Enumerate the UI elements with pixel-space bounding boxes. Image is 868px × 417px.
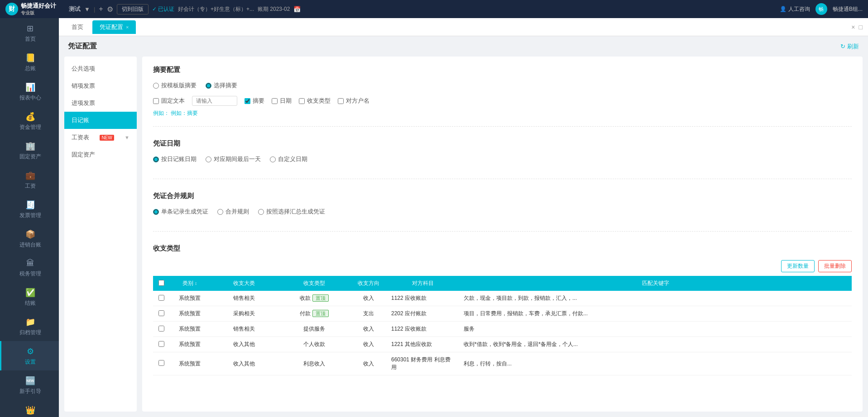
radio-merge-rule[interactable]: 合并规则 (217, 208, 249, 216)
checkbox-type-input[interactable] (299, 98, 305, 104)
radio-daily-date-input[interactable] (153, 156, 159, 162)
sidebar-item-salary[interactable]: 💼 工资 (0, 165, 59, 194)
sort-icon[interactable]: ↕ (195, 281, 197, 286)
row-checkbox-2[interactable] (158, 326, 164, 332)
sidebar-label-invoice: 发票管理 (19, 212, 41, 219)
left-nav-salary-table[interactable]: 工资表 NEW ▼ (64, 129, 137, 146)
left-nav-purchase-invoice[interactable]: 进项发票 (64, 95, 137, 112)
checkbox-counterpart[interactable]: 对方户名 (338, 97, 369, 105)
row-direction-2: 收入 (350, 322, 387, 337)
fixed-text-input[interactable] (192, 96, 237, 106)
update-btn[interactable]: 更新数量 (781, 260, 815, 272)
radio-select-total[interactable]: 按照选择汇总生成凭证 (258, 208, 325, 216)
tag-reset-1[interactable]: 置顶 (312, 310, 329, 317)
radio-merge-input[interactable] (217, 209, 223, 215)
tab-voucher-config[interactable]: 凭证配置 × (92, 20, 136, 34)
checkbox-date[interactable]: 日期 (272, 97, 292, 105)
tab-home[interactable]: 首页 (64, 20, 91, 34)
radio-custom-date-input[interactable] (270, 156, 276, 162)
checkbox-date-input[interactable] (272, 98, 278, 104)
row-account-0: 1122 应收账款 (387, 291, 459, 306)
logo-sub: 专业版 (21, 10, 56, 16)
left-nav-public[interactable]: 公共选项 (64, 60, 137, 77)
sidebar-item-settle[interactable]: ✅ 结账 (0, 282, 59, 312)
radio-total-input[interactable] (258, 209, 264, 215)
radio-daily-date[interactable]: 按日记账日期 (153, 155, 197, 163)
checkbox-type[interactable]: 收支类型 (299, 97, 331, 105)
select-all-checkbox[interactable] (158, 280, 164, 286)
row-checkbox-cell[interactable] (153, 337, 169, 352)
sidebar-item-purchase[interactable]: 📦 进销台账 (0, 224, 59, 253)
plus-icon[interactable]: + (99, 5, 103, 13)
dropdown-arrow[interactable]: ▼ (84, 6, 90, 13)
left-nav-fixed-assets[interactable]: 固定资产 (64, 146, 137, 163)
th-income-type: 收支类型 (278, 276, 350, 291)
row-checkbox-cell[interactable] (153, 306, 169, 322)
salary-icon: 💼 (25, 171, 35, 180)
row-checkbox-0[interactable] (158, 295, 164, 301)
switch-btn[interactable]: 切到旧版 (117, 4, 149, 14)
radio-custom-date-label: 自定义日期 (278, 155, 307, 163)
sidebar-item-settings[interactable]: ⚙ 设置 (0, 341, 59, 370)
window-max-btn[interactable]: □ (859, 24, 863, 31)
table-row: 系统预置 收入其他 个人收款 收入 1221 其他应收款 收到*借款，收到*备用… (153, 337, 852, 352)
sidebar-item-home[interactable]: ⊞ 首页 (0, 18, 59, 47)
radio-custom-date[interactable]: 自定义日期 (270, 155, 307, 163)
tag-reset-0[interactable]: 置顶 (312, 294, 329, 302)
example-prefix: 例如： (153, 110, 169, 116)
radio-template-summary[interactable]: 按模板版摘要 (153, 81, 197, 90)
sidebar-item-member[interactable]: 👑 畅会员 (0, 400, 59, 417)
radio-select-input[interactable] (206, 83, 211, 89)
radio-template-input[interactable] (153, 83, 159, 89)
th-account-label: 对方科目 (412, 280, 434, 286)
checkbox-fixed-text-input[interactable] (153, 98, 159, 104)
window-close-btn[interactable]: × (851, 24, 855, 31)
sidebar-item-ledger[interactable]: 📒 总账 (0, 47, 59, 77)
avatar[interactable]: 畅 (815, 3, 827, 15)
logo: 财 畅捷通好会计 专业版 (5, 2, 64, 16)
sidebar-label-archive: 归档管理 (19, 329, 41, 336)
radio-period-last[interactable]: 对应期间最后一天 (206, 155, 261, 163)
delete-btn[interactable]: 批量删除 (818, 260, 852, 272)
checkbox-counterpart-input[interactable] (338, 98, 344, 104)
radio-single-record-input[interactable] (153, 209, 159, 215)
row-checkbox-cell[interactable] (153, 322, 169, 337)
th-checkbox[interactable] (153, 276, 169, 291)
sidebar-item-archive[interactable]: 📁 归档管理 (0, 312, 59, 341)
radio-period-last-input[interactable] (206, 156, 211, 162)
row-category-1: 系统预置 (169, 306, 210, 322)
new-badge: NEW (100, 135, 114, 141)
income-expense-title: 收支类型 (153, 244, 852, 253)
row-direction-4: 收入 (350, 352, 387, 375)
sidebar-item-invoice[interactable]: 🧾 发票管理 (0, 194, 59, 224)
row-checkbox-4[interactable] (158, 360, 164, 366)
left-nav-assets-label: 固定资产 (72, 151, 95, 159)
sidebar-item-assets[interactable]: 🏢 固定资产 (0, 136, 59, 165)
left-nav-sales-invoice[interactable]: 销项发票 (64, 77, 137, 95)
sidebar-item-finance[interactable]: 💰 资金管理 (0, 106, 59, 136)
sidebar-item-reports[interactable]: 📊 报表中心 (0, 77, 59, 106)
left-nav-daily-account[interactable]: 日记账 (64, 112, 137, 129)
voucher-date-radio-group: 按日记账日期 对应期间最后一天 自定义日期 (153, 155, 852, 163)
row-checkbox-cell[interactable] (153, 291, 169, 306)
row-checkbox-cell[interactable] (153, 352, 169, 375)
row-keywords-0: 欠款，现金，项目款，到款，报销款，汇入，... (459, 291, 852, 306)
calendar-icon[interactable]: 📅 (293, 6, 301, 13)
customer-service[interactable]: 👤 人工咨询 (780, 5, 810, 13)
sidebar-label-settle: 结账 (25, 299, 36, 307)
settings-icon[interactable]: ⚙ (107, 5, 113, 14)
row-checkbox-1[interactable] (158, 310, 164, 316)
sidebar-label-settings: 设置 (25, 358, 36, 366)
checkbox-summary[interactable]: 摘要 (245, 97, 264, 105)
radio-select-summary[interactable]: 选择摘要 (206, 81, 237, 90)
tab-close-btn[interactable]: × (126, 24, 129, 30)
fixed-text-label: 固定文本 (161, 97, 185, 105)
sidebar-item-guide[interactable]: 🆕 新手引导 (0, 370, 59, 400)
income-expense-table: 类别 ↕ 收支大类 收支类型 收支方向 (153, 276, 852, 375)
checkbox-summary-input[interactable] (245, 98, 250, 104)
sidebar-item-tax[interactable]: 🏛 税务管理 (0, 253, 59, 282)
radio-single-record[interactable]: 单条记录生成凭证 (153, 208, 208, 216)
refresh-btn[interactable]: ↻ 刷新 (840, 43, 859, 51)
row-checkbox-3[interactable] (158, 341, 164, 347)
checkbox-fixed-text[interactable]: 固定文本 (153, 97, 185, 105)
